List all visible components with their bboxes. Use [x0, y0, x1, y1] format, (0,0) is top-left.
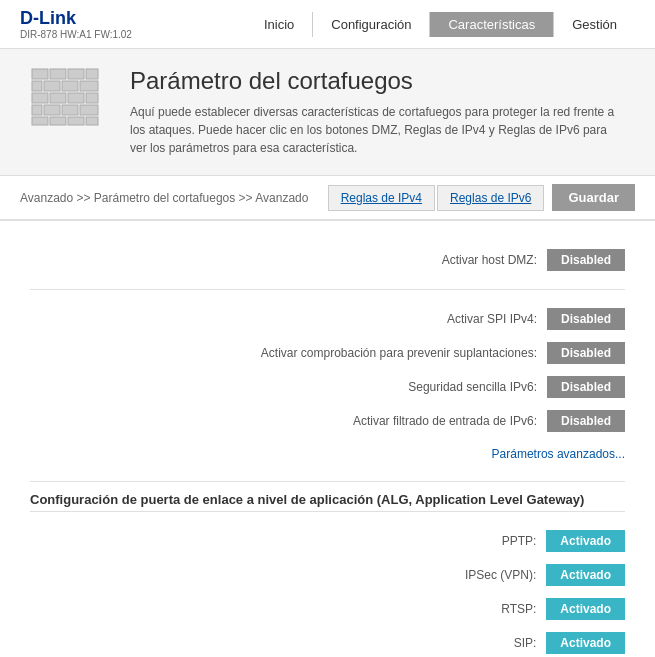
breadcrumb: Avanzado >> Parámetro del cortafuegos >>…	[20, 191, 328, 205]
firewall-icon	[30, 67, 100, 127]
svg-rect-2	[68, 69, 84, 79]
page-title: Parámetro del cortafuegos	[130, 67, 625, 95]
ipv6-simple-label: Seguridad sencilla IPv6:	[408, 380, 537, 394]
header: D-Link DIR-878 HW:A1 FW:1.02 Inicio Conf…	[0, 0, 655, 49]
spi-section: Activar SPI IPv4: Disabled Activar compr…	[30, 290, 625, 482]
spi-ipv4-row: Activar SPI IPv4: Disabled	[30, 302, 625, 336]
ipsec-label: IPSec (VPN):	[465, 568, 536, 582]
pptp-label: PPTP:	[502, 534, 537, 548]
page-header-text: Parámetro del cortafuegos Aquí puede est…	[130, 67, 625, 157]
logo-dlink: D-Link	[20, 8, 76, 28]
ipv6-filter-toggle[interactable]: Disabled	[547, 410, 625, 432]
advanced-link[interactable]: Parámetros avanzados...	[492, 447, 625, 461]
logo: D-Link	[20, 8, 132, 29]
svg-rect-0	[32, 69, 48, 79]
svg-rect-5	[44, 81, 60, 91]
spi-ipv4-toggle[interactable]: Disabled	[547, 308, 625, 330]
logo-area: D-Link DIR-878 HW:A1 FW:1.02	[20, 8, 132, 40]
action-bar: Avanzado >> Parámetro del cortafuegos >>…	[0, 176, 655, 221]
nav-configuracion[interactable]: Configuración	[312, 12, 429, 37]
pptp-row: PPTP: Activado	[30, 524, 625, 558]
ipsec-toggle[interactable]: Activado	[546, 564, 625, 586]
device-info: DIR-878 HW:A1 FW:1.02	[20, 29, 132, 40]
svg-rect-13	[44, 105, 60, 115]
svg-rect-10	[68, 93, 84, 103]
rtsp-toggle[interactable]: Activado	[546, 598, 625, 620]
svg-rect-8	[32, 93, 48, 103]
pptp-toggle[interactable]: Activado	[546, 530, 625, 552]
svg-rect-16	[32, 117, 48, 125]
ipsec-row: IPSec (VPN): Activado	[30, 558, 625, 592]
ipv6-simple-row: Seguridad sencilla IPv6: Disabled	[30, 370, 625, 404]
sip-row: SIP: Activado	[30, 626, 625, 657]
svg-rect-14	[62, 105, 78, 115]
spoof-row: Activar comprobación para prevenir supla…	[30, 336, 625, 370]
rtsp-row: RTSP: Activado	[30, 592, 625, 626]
dmz-label: Activar host DMZ:	[442, 253, 537, 267]
svg-rect-19	[86, 117, 98, 125]
spi-ipv4-label: Activar SPI IPv4:	[447, 312, 537, 326]
tab-buttons: Reglas de IPv4 Reglas de IPv6	[328, 185, 545, 211]
svg-rect-18	[68, 117, 84, 125]
sip-toggle[interactable]: Activado	[546, 632, 625, 654]
svg-rect-15	[80, 105, 98, 115]
page-header: Parámetro del cortafuegos Aquí puede est…	[0, 49, 655, 176]
dmz-row: Activar host DMZ: Disabled	[30, 243, 625, 277]
ipv6-simple-toggle[interactable]: Disabled	[547, 376, 625, 398]
spoof-toggle[interactable]: Disabled	[547, 342, 625, 364]
firewall-icon-container	[30, 67, 110, 130]
main-content: Activar host DMZ: Disabled Activar SPI I…	[0, 221, 655, 657]
svg-rect-9	[50, 93, 66, 103]
svg-rect-6	[62, 81, 78, 91]
advanced-link-container: Parámetros avanzados...	[30, 438, 625, 469]
main-nav: Inicio Configuración Características Ges…	[246, 12, 635, 37]
ipv6-filter-label: Activar filtrado de entrada de IPv6:	[353, 414, 537, 428]
dmz-section: Activar host DMZ: Disabled	[30, 231, 625, 290]
tab-ipv6[interactable]: Reglas de IPv6	[437, 185, 544, 211]
svg-rect-17	[50, 117, 66, 125]
nav-inicio[interactable]: Inicio	[246, 12, 312, 37]
ipv6-filter-row: Activar filtrado de entrada de IPv6: Dis…	[30, 404, 625, 438]
nav-caracteristicas[interactable]: Características	[429, 12, 553, 37]
rtsp-label: RTSP:	[501, 602, 536, 616]
alg-section: Configuración de puerta de enlace a nive…	[30, 492, 625, 657]
save-button[interactable]: Guardar	[552, 184, 635, 211]
tab-ipv4[interactable]: Reglas de IPv4	[328, 185, 435, 211]
svg-rect-11	[86, 93, 98, 103]
nav-gestion[interactable]: Gestión	[553, 12, 635, 37]
spoof-label: Activar comprobación para prevenir supla…	[261, 346, 537, 360]
sip-label: SIP:	[514, 636, 537, 650]
svg-rect-3	[86, 69, 98, 79]
svg-rect-1	[50, 69, 66, 79]
svg-rect-4	[32, 81, 42, 91]
svg-rect-7	[80, 81, 98, 91]
page-description: Aquí puede establecer diversas caracterí…	[130, 103, 625, 157]
alg-title: Configuración de puerta de enlace a nive…	[30, 492, 625, 512]
dmz-toggle[interactable]: Disabled	[547, 249, 625, 271]
svg-rect-12	[32, 105, 42, 115]
